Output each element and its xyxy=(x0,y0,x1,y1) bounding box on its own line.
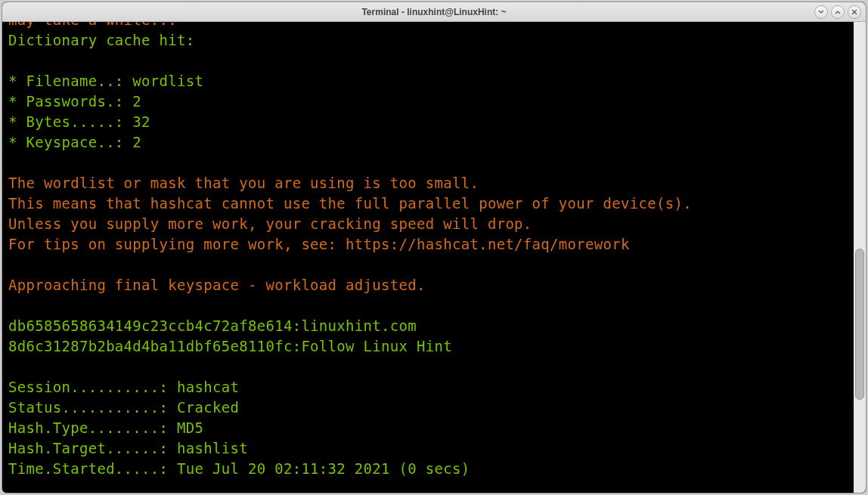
terminal-line: db6585658634149c23ccb4c72af8e614:linuxhi… xyxy=(8,316,846,336)
terminal-line: * Passwords.: 2 xyxy=(8,91,846,112)
terminal-line: * Keyspace..: 2 xyxy=(8,132,846,153)
terminal-line xyxy=(8,255,846,275)
terminal-output: may take a while...Dictionary cache hit:… xyxy=(2,22,852,481)
maximize-button[interactable] xyxy=(831,5,845,19)
terminal-line xyxy=(8,357,846,377)
terminal-line: Dictionary cache hit: xyxy=(8,30,846,51)
terminal-line: Unless you supply more work, your cracki… xyxy=(8,214,846,234)
scrollbar-thumb[interactable] xyxy=(855,249,864,400)
scrollbar-track[interactable] xyxy=(854,22,866,493)
minimize-button[interactable] xyxy=(814,5,828,19)
terminal-line: Hash.Type........: MD5 xyxy=(8,418,846,438)
close-icon xyxy=(851,9,857,15)
terminal-line: * Bytes.....: 32 xyxy=(8,112,846,132)
terminal-line xyxy=(8,51,846,71)
window-buttons xyxy=(814,5,861,19)
terminal-line: * Filename..: wordlist xyxy=(8,71,846,91)
window-title: Terminal - linuxhint@LinuxHint: ~ xyxy=(361,7,506,17)
terminal-line: Session..........: hashcat xyxy=(8,377,846,398)
terminal-line: Time.Started.....: Tue Jul 20 02:11:32 2… xyxy=(8,459,846,479)
terminal-line: Status...........: Cracked xyxy=(8,398,846,418)
terminal-line xyxy=(8,153,846,173)
titlebar[interactable]: Terminal - linuxhint@LinuxHint: ~ xyxy=(2,2,866,22)
terminal-line: Hash.Target......: hashlist xyxy=(8,438,846,459)
terminal-line: The wordlist or mask that you are using … xyxy=(8,173,846,193)
chevron-down-icon xyxy=(818,9,824,15)
terminal-line: This means that hashcat cannot use the f… xyxy=(8,193,846,214)
terminal-line: For tips on supplying more work, see: ht… xyxy=(8,234,846,255)
chevron-up-icon xyxy=(835,9,841,15)
close-button[interactable] xyxy=(848,5,861,19)
terminal-body[interactable]: may take a while...Dictionary cache hit:… xyxy=(2,22,866,493)
terminal-line: may take a while... xyxy=(8,22,846,30)
terminal-window: Terminal - linuxhint@LinuxHint: ~ may ta… xyxy=(2,2,866,493)
terminal-line: Approaching final keyspace - workload ad… xyxy=(8,275,846,295)
terminal-line: 8d6c31287b2ba4d4ba11dbf65e8110fc:Follow … xyxy=(8,336,846,357)
terminal-line xyxy=(8,295,846,316)
